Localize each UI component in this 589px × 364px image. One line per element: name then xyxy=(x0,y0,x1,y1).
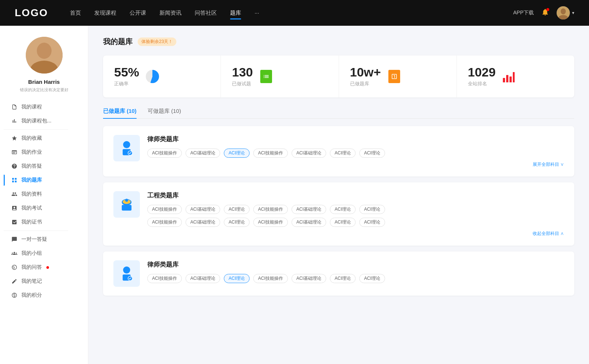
questions-icon xyxy=(259,69,274,84)
sidebar-item-question-bank[interactable]: 我的题库 xyxy=(4,173,84,187)
cert-icon xyxy=(11,219,18,225)
tag-2b-0[interactable]: ACI技能操作 xyxy=(147,218,182,227)
tag-2b-2[interactable]: ACI理论 xyxy=(224,218,250,227)
sidebar-item-course-package[interactable]: 我的课程包... xyxy=(4,114,84,128)
tag-1-0[interactable]: ACI技能操作 xyxy=(147,149,182,158)
stat-accuracy-label: 正确率 xyxy=(114,81,139,87)
logo: LOGO xyxy=(15,7,48,19)
stats-row: 55% 正确率 130 已做试题 xyxy=(103,56,574,97)
nav-question-bank[interactable]: 题库 xyxy=(230,8,241,18)
tag-1-6[interactable]: ACI理论 xyxy=(359,149,385,158)
sidebar-item-favorites[interactable]: 我的收藏 xyxy=(4,131,84,145)
tag-2b-1[interactable]: ACI基础理论 xyxy=(186,218,220,227)
navbar: LOGO 首页 发现课程 公开课 新闻资讯 问答社区 题库 ··· APP下载 … xyxy=(0,0,589,26)
sidebar-item-exam[interactable]: 我的考试 xyxy=(4,201,84,215)
banks-icon xyxy=(387,69,402,84)
expand-link-1[interactable]: 展开全部科目 ∨ xyxy=(147,161,564,168)
tags-row-3: ACI技能操作 ACI基础理论 ACI理论 ACI技能操作 ACI基础理论 AC… xyxy=(147,274,564,283)
bank-icon-engineer xyxy=(113,191,140,218)
sidebar-item-notes[interactable]: 我的笔记 xyxy=(4,274,84,288)
tag-2b-6[interactable]: ACI理论 xyxy=(359,218,385,227)
tag-3-2[interactable]: ACI理论 xyxy=(224,274,250,283)
tag-2a-1[interactable]: ACI基础理论 xyxy=(186,205,220,214)
main-content: 我的题库 体验剩余23天！ 55% 正确率 130 已做试题 xyxy=(88,26,589,364)
tag-1-5[interactable]: ACI理论 xyxy=(330,149,356,158)
nav-home[interactable]: 首页 xyxy=(70,8,81,18)
nav-open-course[interactable]: 公开课 xyxy=(130,8,146,18)
svg-point-6 xyxy=(123,141,130,148)
sidebar-item-points[interactable]: 我的积分 xyxy=(4,288,84,302)
tag-2a-4[interactable]: ACI基础理论 xyxy=(292,205,326,214)
tags-row-1: ACI技能操作 ACI基础理论 ACI理论 ACI技能操作 ACI基础理论 AC… xyxy=(147,149,564,158)
nav-news[interactable]: 新闻资讯 xyxy=(159,8,181,18)
tag-2a-5[interactable]: ACI理论 xyxy=(330,205,356,214)
stat-rank-value: 1029 xyxy=(468,66,496,78)
file-icon xyxy=(11,104,18,110)
tag-2a-6[interactable]: ACI理论 xyxy=(359,205,385,214)
sidebar-item-answer[interactable]: 我的答疑 xyxy=(4,159,84,173)
tag-2b-5[interactable]: ACI理论 xyxy=(330,218,356,227)
tab-done[interactable]: 已做题库 (10) xyxy=(103,108,137,118)
chat-icon xyxy=(11,236,18,243)
sidebar-item-my-qa[interactable]: 我的问答 xyxy=(4,260,84,274)
trial-badge: 体验剩余23天！ xyxy=(138,38,176,46)
nav-more[interactable]: ··· xyxy=(254,8,259,18)
tag-1-2[interactable]: ACI理论 xyxy=(224,149,250,158)
qa-icon xyxy=(11,264,18,271)
bar3 xyxy=(509,76,512,82)
tag-2b-4[interactable]: ACI基础理论 xyxy=(292,218,326,227)
divider2 xyxy=(4,231,68,231)
sidebar-label-favorites: 我的收藏 xyxy=(21,135,42,142)
app-download-link[interactable]: APP下载 xyxy=(513,10,534,16)
tag-3-6[interactable]: ACI理论 xyxy=(359,274,385,283)
tabs-row: 已做题库 (10) 可做题库 (10) xyxy=(103,108,574,119)
tag-3-4[interactable]: ACI基础理论 xyxy=(292,274,326,283)
tag-3-1[interactable]: ACI基础理论 xyxy=(186,274,220,283)
nav-qa[interactable]: 问答社区 xyxy=(195,8,217,18)
users-icon xyxy=(11,191,18,197)
profile-motto: 错误的决定比没有决定要好 xyxy=(14,87,74,93)
profile-name: Brian Harris xyxy=(28,79,60,85)
bar2 xyxy=(506,75,508,82)
stat-accuracy-value: 55% xyxy=(114,66,139,78)
tag-3-5[interactable]: ACI理论 xyxy=(330,274,356,283)
stat-rank-label: 全站排名 xyxy=(468,81,496,87)
tag-1-3[interactable]: ACI技能操作 xyxy=(253,149,288,158)
tag-2a-3[interactable]: ACI技能操作 xyxy=(253,205,288,214)
stat-rank: 1029 全站排名 xyxy=(457,56,574,97)
tags-row-2b: ACI技能操作 ACI基础理论 ACI理论 ACI技能操作 ACI基础理论 AC… xyxy=(147,218,564,227)
bank-name-3: 律师类题库 xyxy=(147,260,564,269)
tag-3-3[interactable]: ACI技能操作 xyxy=(253,274,288,283)
sidebar-label-question-bank: 我的题库 xyxy=(21,177,42,183)
sidebar-label-profile: 我的资料 xyxy=(21,191,42,197)
user-avatar-menu[interactable]: ▾ xyxy=(557,6,574,19)
tag-3-0[interactable]: ACI技能操作 xyxy=(147,274,182,283)
sidebar-item-certificate[interactable]: 我的证书 xyxy=(4,215,84,229)
qa-notification-dot xyxy=(46,266,49,269)
tag-2b-3[interactable]: ACI技能操作 xyxy=(253,218,288,227)
note-icon xyxy=(11,149,18,156)
tag-1-1[interactable]: ACI基础理论 xyxy=(186,149,220,158)
user-menu-chevron: ▾ xyxy=(572,10,574,15)
sidebar-item-homework[interactable]: 我的作业 xyxy=(4,145,84,159)
sidebar-item-profile[interactable]: 我的资料 xyxy=(4,187,84,201)
sidebar-item-1on1[interactable]: 一对一答疑 xyxy=(4,232,84,246)
tag-1-4[interactable]: ACI基础理论 xyxy=(292,149,326,158)
tag-2a-2[interactable]: ACI理论 xyxy=(224,205,250,214)
svg-point-13 xyxy=(123,267,130,274)
sidebar-item-my-course[interactable]: 我的课程 xyxy=(4,100,84,114)
sidebar-label-1on1: 一对一答疑 xyxy=(21,236,47,243)
nav-discover[interactable]: 发现课程 xyxy=(94,8,116,18)
stat-banks-value: 10w+ xyxy=(350,66,381,78)
notification-bell[interactable] xyxy=(541,8,549,18)
bank-content-3: 律师类题库 ACI技能操作 ACI基础理论 ACI理论 ACI技能操作 ACI基… xyxy=(147,260,564,287)
bank-card-2: 工程类题库 ACI技能操作 ACI基础理论 ACI理论 ACI技能操作 ACI基… xyxy=(103,182,574,246)
tag-2a-0[interactable]: ACI技能操作 xyxy=(147,205,182,214)
notification-dot xyxy=(546,8,549,11)
tab-available[interactable]: 可做题库 (10) xyxy=(148,108,181,118)
navbar-right: APP下载 ▾ xyxy=(513,6,574,19)
sidebar-label-points: 我的积分 xyxy=(21,292,42,299)
sidebar-item-group[interactable]: 我的小组 xyxy=(4,246,84,260)
collapse-link-2[interactable]: 收起全部科目 ∧ xyxy=(147,231,564,237)
pencil-icon xyxy=(11,278,18,285)
